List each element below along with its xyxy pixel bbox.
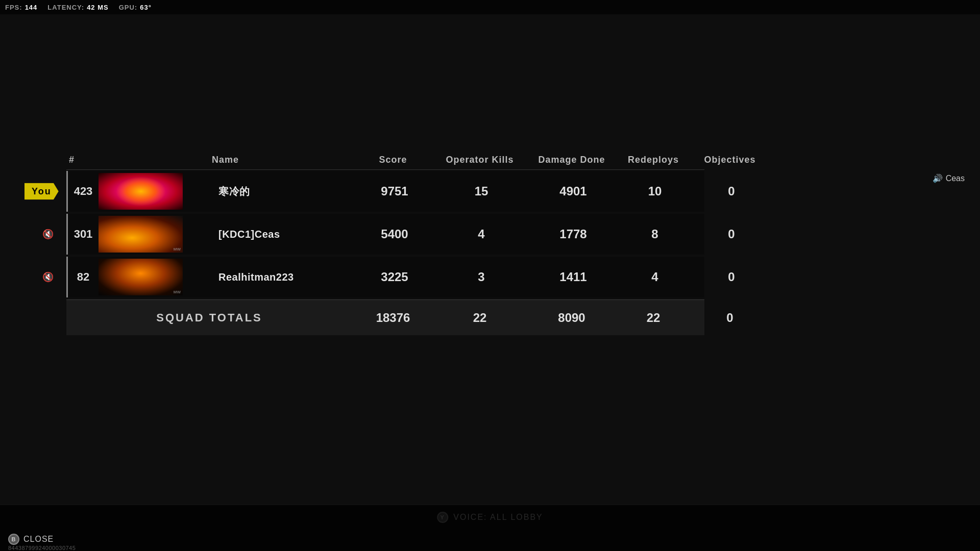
player-2-objectives: 0 — [691, 227, 772, 241]
player-3-kills: 3 — [435, 270, 527, 284]
player-row-3: 🔇 82 MW Realhitman223 3225 3 1411 4 0 — [66, 257, 704, 297]
totals-redeploys: 22 — [618, 311, 689, 325]
col-avatar — [97, 155, 209, 165]
latency-display: LATENCY: 42 MS — [47, 4, 108, 11]
speaker-icon-3: 🔇 — [42, 272, 54, 282]
you-badge: You — [24, 183, 59, 200]
close-button[interactable]: B CLOSE — [8, 534, 54, 545]
player-3-damage: 1411 — [527, 270, 619, 284]
gpu-value: 63° — [140, 4, 152, 11]
col-rank: # — [66, 155, 97, 165]
col-damage-done: Damage Done — [526, 155, 618, 165]
player-1-kills: 15 — [435, 184, 527, 198]
player-3-avatar-overlay: MW — [174, 290, 181, 294]
player-2-redeploys: 8 — [619, 227, 691, 241]
latency-value: 42 MS — [87, 4, 109, 11]
col-name: Name — [209, 155, 352, 165]
player-2-score: 5400 — [354, 227, 435, 241]
squad-totals-label: SQUAD TOTALS — [66, 311, 352, 324]
gpu-label: GPU: — [119, 4, 138, 11]
hud-bar: FPS: 144 LATENCY: 42 MS GPU: 63° — [0, 0, 980, 14]
player-3-avatar: MW — [99, 259, 183, 295]
fps-label: FPS: — [5, 4, 22, 11]
player-2-kills: 4 — [435, 227, 527, 241]
player-1-avatar — [99, 173, 183, 210]
player-row-1: You 423 寒冷的 9751 15 4901 10 0 — [66, 171, 704, 212]
player-1-redeploys: 10 — [619, 184, 691, 198]
close-label: CLOSE — [23, 535, 54, 544]
player-3-redeploys: 4 — [619, 270, 691, 284]
player-3-avatar-bg: MW — [99, 259, 183, 295]
player-1-objectives: 0 — [691, 184, 772, 198]
player-2-name: [KDC1]Ceas — [211, 229, 354, 240]
fps-value: 144 — [25, 4, 38, 11]
player-1-score: 9751 — [354, 184, 435, 198]
gpu-display: GPU: 63° — [119, 4, 152, 11]
col-operator-kills: Operator Kills — [434, 155, 526, 165]
player-3-name: Realhitman223 — [211, 271, 354, 283]
player-1-avatar-bg — [99, 173, 183, 210]
player-2-avatar-overlay: MW — [174, 247, 181, 252]
totals-score: 18376 — [352, 311, 434, 325]
totals-damage: 8090 — [526, 311, 618, 325]
speaker-icon-2: 🔇 — [42, 229, 54, 239]
player-1-rank: 423 — [68, 185, 99, 198]
player-3-objectives: 0 — [691, 270, 772, 284]
b-button-icon[interactable]: B — [8, 534, 19, 545]
col-score: Score — [352, 155, 434, 165]
player-3-rank: 82 — [68, 270, 99, 284]
player-2-speaker: 🔇 — [42, 229, 54, 240]
totals-kills: 22 — [434, 311, 526, 325]
totals-objectives: 0 — [689, 311, 771, 325]
player-1-name: 寒冷的 — [211, 185, 354, 198]
player-2-rank: 301 — [68, 228, 99, 241]
player-3-speaker: 🔇 — [42, 271, 54, 283]
col-redeploys: Redeploys — [618, 155, 689, 165]
voice-player-name: Ceas — [946, 174, 965, 183]
scoreboard: # Name Score Operator Kills Damage Done … — [66, 151, 704, 335]
fps-display: FPS: 144 — [5, 4, 37, 11]
squad-totals-row: SQUAD TOTALS 18376 22 8090 22 0 — [66, 299, 704, 335]
player-2-avatar: MW — [99, 216, 183, 253]
player-row-2: 🔇 301 MW [KDC1]Ceas 5400 4 1778 8 0 — [66, 214, 704, 255]
player-3-score: 3225 — [354, 270, 435, 284]
session-id: 84438799924000030745 — [8, 545, 76, 551]
latency-label: LATENCY: — [47, 4, 84, 11]
player-1-damage: 4901 — [527, 184, 619, 198]
player-2-avatar-bg: MW — [99, 216, 183, 253]
voice-speaker-icon: 🔊 — [933, 173, 943, 183]
voice-indicator: 🔊 Ceas — [933, 173, 965, 183]
col-objectives: Objectives — [689, 155, 771, 165]
player-2-damage: 1778 — [527, 227, 619, 241]
table-header: # Name Score Operator Kills Damage Done … — [66, 151, 704, 170]
bottom-bar: B CLOSE 84438799924000030745 — [0, 505, 980, 551]
